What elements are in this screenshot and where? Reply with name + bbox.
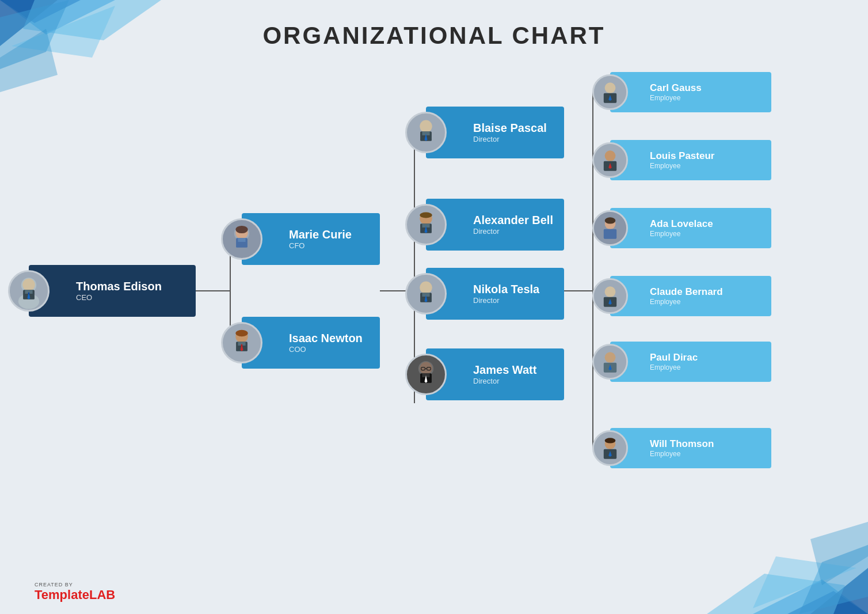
- svg-marker-8: [787, 591, 868, 614]
- logo-brand: TemplateLAB: [35, 588, 115, 602]
- dir4-text: James Watt Director: [447, 359, 546, 390]
- svg-point-46: [235, 330, 248, 337]
- cfo-name: Marie Curie: [289, 228, 352, 241]
- emp4-role: Employee: [650, 298, 723, 306]
- logo-bold: LAB: [89, 588, 115, 602]
- logo-created-by: CREATED BY: [35, 582, 73, 588]
- dir4-role: Director: [473, 377, 536, 385]
- svg-point-76: [605, 82, 616, 93]
- cfo-node: Marie Curie CFO: [242, 213, 380, 265]
- coo-role: COO: [289, 345, 363, 354]
- dir4-avatar: [405, 354, 447, 395]
- dir3-avatar: [405, 273, 447, 314]
- emp5-name: Paul Dirac: [650, 352, 698, 363]
- dir2-avatar: [405, 204, 447, 245]
- svg-point-68: [420, 362, 432, 374]
- ceo-name: Thomas Edison: [76, 280, 162, 293]
- svg-point-34: [22, 279, 35, 291]
- coo-text: Isaac Newton COO: [262, 327, 372, 358]
- emp5-text: Paul Dirac Employee: [628, 348, 705, 375]
- ceo-role: CEO: [76, 293, 162, 302]
- svg-marker-1: [0, 0, 81, 23]
- svg-marker-13: [810, 522, 868, 585]
- svg-marker-12: [753, 556, 856, 608]
- svg-marker-7: [753, 579, 868, 614]
- emp2-node: Louis Pasteur Employee: [610, 140, 771, 180]
- dir1-text: Blaise Pascal Director: [447, 117, 556, 148]
- dir3-node: Nikola Tesla Director: [426, 268, 564, 320]
- emp4-node: Claude Bernard Employee: [610, 276, 771, 316]
- emp3-role: Employee: [650, 230, 713, 238]
- logo-light: Template: [35, 588, 89, 602]
- svg-point-92: [605, 352, 616, 363]
- emp1-node: Carl Gauss Employee: [610, 72, 771, 112]
- svg-point-41: [235, 226, 248, 233]
- emp6-name: Will Thomson: [650, 438, 714, 450]
- dir3-text: Nikola Tesla Director: [447, 278, 549, 309]
- svg-point-63: [420, 282, 432, 294]
- emp5-node: Paul Dirac Employee: [610, 342, 771, 382]
- cfo-text: Marie Curie CFO: [262, 223, 361, 255]
- dir1-node: Blaise Pascal Director: [426, 107, 564, 158]
- svg-rect-86: [604, 229, 616, 239]
- ceo-text: Thomas Edison CEO: [50, 275, 171, 306]
- emp5-avatar: [592, 344, 628, 380]
- emp2-name: Louis Pasteur: [650, 150, 714, 162]
- emp2-role: Employee: [650, 162, 714, 170]
- emp4-name: Claude Bernard: [650, 286, 723, 298]
- dir2-text: Alexander Bell Director: [447, 209, 562, 240]
- emp6-text: Will Thomson Employee: [628, 435, 721, 461]
- emp3-node: Ada Lovelace Employee: [610, 208, 771, 248]
- dir2-name: Alexander Bell: [473, 214, 553, 227]
- emp1-role: Employee: [650, 94, 702, 102]
- dir3-role: Director: [473, 296, 539, 305]
- emp2-avatar: [592, 142, 628, 178]
- svg-point-97: [605, 438, 616, 443]
- coo-avatar: [221, 322, 262, 363]
- dir4-name: James Watt: [473, 363, 536, 377]
- ceo-node: Thomas Edison CEO: [29, 265, 196, 317]
- emp4-text: Claude Bernard Employee: [628, 283, 730, 309]
- dir1-avatar: [405, 112, 447, 153]
- svg-marker-11: [799, 545, 868, 614]
- coo-node: Isaac Newton COO: [242, 317, 380, 369]
- svg-marker-9: [810, 568, 868, 614]
- emp4-avatar: [592, 278, 628, 314]
- svg-point-88: [605, 286, 616, 297]
- page-title: ORGANIZATIONAL CHART: [0, 22, 868, 50]
- emp6-node: Will Thomson Employee: [610, 428, 771, 468]
- svg-point-80: [605, 150, 616, 161]
- dir4-node: James Watt Director: [426, 348, 564, 400]
- svg-point-85: [605, 217, 616, 223]
- coo-name: Isaac Newton: [289, 332, 363, 345]
- dir3-name: Nikola Tesla: [473, 283, 539, 296]
- emp3-avatar: [592, 210, 628, 246]
- ceo-avatar: [8, 270, 50, 312]
- emp3-name: Ada Lovelace: [650, 218, 713, 230]
- dir1-role: Director: [473, 135, 547, 143]
- emp6-avatar: [592, 430, 628, 466]
- svg-point-58: [420, 213, 432, 218]
- emp1-name: Carl Gauss: [650, 82, 702, 94]
- dir1-name: Blaise Pascal: [473, 122, 547, 135]
- svg-rect-43: [238, 238, 245, 242]
- cfo-role: CFO: [289, 241, 352, 250]
- emp3-text: Ada Lovelace Employee: [628, 215, 720, 241]
- svg-point-52: [420, 120, 432, 132]
- logo: CREATED BY TemplateLAB: [35, 582, 115, 602]
- emp6-role: Employee: [650, 450, 714, 458]
- cfo-avatar: [221, 218, 262, 260]
- emp1-avatar: [592, 74, 628, 110]
- emp5-role: Employee: [650, 363, 698, 372]
- dir2-role: Director: [473, 227, 553, 236]
- emp2-text: Louis Pasteur Employee: [628, 147, 721, 173]
- dir2-node: Alexander Bell Director: [426, 199, 564, 251]
- emp1-text: Carl Gauss Employee: [628, 79, 709, 105]
- svg-marker-10: [707, 574, 845, 614]
